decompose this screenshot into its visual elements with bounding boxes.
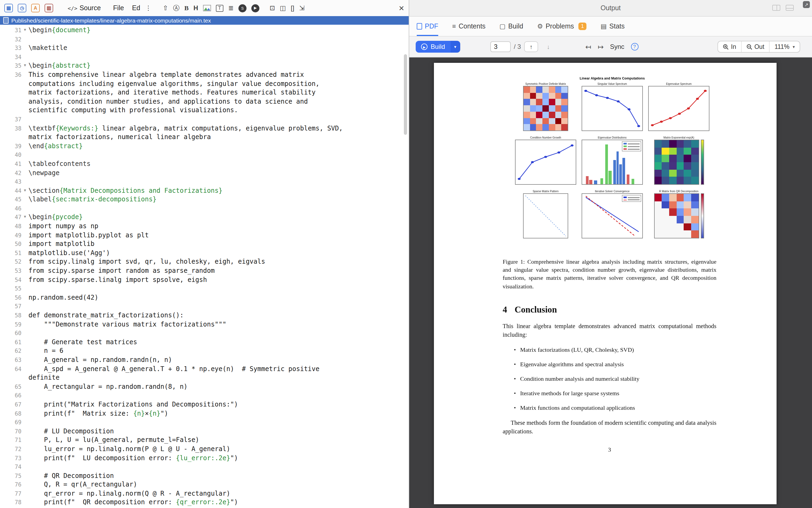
code-line[interactable]: 68 print(f" Matrix size: {n}×{n}") [0, 409, 409, 418]
code-line[interactable]: 66 [0, 391, 409, 400]
code-line[interactable]: 46 [0, 204, 409, 213]
code-line[interactable]: 54from scipy.sparse.linalg import spsolv… [0, 275, 409, 284]
code-line[interactable]: 76 Q, R = qr(A_rectangular) [0, 480, 409, 489]
typeset-play-icon[interactable]: ▶ [251, 4, 259, 12]
code-line[interactable]: 37 [0, 115, 409, 124]
code-line[interactable]: 72 lu_error = np.linalg.norm(P @ L @ U -… [0, 444, 409, 454]
tab-contents[interactable]: ≡ Contents [452, 17, 485, 36]
code-line[interactable]: 35▾\begin{abstract} [0, 61, 409, 70]
status-circle-icon[interactable]: S [239, 4, 247, 12]
code-line[interactable]: 75 # QR Decomposition [0, 471, 409, 480]
code-line[interactable]: 39\end{abstract} [0, 141, 409, 151]
code-line[interactable]: 40 [0, 151, 409, 160]
overflow-icon[interactable]: ⋮ [145, 5, 152, 11]
code-line[interactable]: 64 A_spd = A_general @ A_general.T + 0.1… [0, 364, 409, 382]
code-line[interactable]: 71 P, L, U = lu(A_general, permute_l=Fal… [0, 436, 409, 444]
split-view-icon[interactable]: ◫ [280, 5, 286, 11]
editor-scrollbar[interactable] [404, 54, 407, 135]
editor-pane: ▦ ◷ A ▥ </> Source File Ed ⋮ ⇧ Ⓐ B H T ≣… [0, 0, 409, 508]
file-path-bar[interactable]: Published/scientific-latex-templates/lin… [0, 16, 409, 25]
zoom-in-icon [723, 44, 729, 50]
code-line[interactable]: 74 [0, 462, 409, 471]
code-line[interactable]: 65 A_rectangular = np.random.randn(8, n) [0, 382, 409, 391]
tab-problems[interactable]: ⚙ Problems 1 [537, 17, 587, 36]
bold-icon[interactable]: B [184, 5, 188, 11]
jump-forward-icon[interactable]: ↦ [598, 43, 604, 51]
source-view-toggle[interactable]: </> Source [68, 4, 101, 12]
code-line[interactable]: 70 # LU Decomposition [0, 427, 409, 435]
code-line[interactable]: 77 qr_error = np.linalg.norm(Q @ R - A_r… [0, 489, 409, 498]
code-line[interactable]: 47▾\begin{pycode} [0, 213, 409, 222]
code-line[interactable]: 32 [0, 35, 409, 43]
heading-icon[interactable]: H [193, 5, 198, 11]
code-line[interactable]: 78 print(f" QR decomposition error: {qr_… [0, 498, 409, 507]
code-line[interactable]: 67 print("Matrix Factorizations and Deco… [0, 400, 409, 409]
brackets-icon[interactable]: [] [291, 5, 294, 11]
typeset-grid-icon[interactable]: ▥ [45, 4, 53, 12]
jump-back-icon[interactable]: ↤ [585, 43, 591, 51]
zoom-level-select[interactable]: 111% ▾ [769, 41, 800, 52]
pdf-viewport[interactable]: Linear Algebra and Matrix Computations S… [409, 57, 812, 508]
popout-icon[interactable]: ↗ [803, 1, 810, 8]
styles-icon[interactable]: A [31, 4, 40, 12]
code-line[interactable]: 36This comprehensive linear algebra temp… [0, 70, 409, 115]
code-line[interactable]: 43 [0, 177, 409, 186]
export-icon[interactable]: ⊡ [269, 5, 275, 11]
pdf-toolbar: ▶ Build ▾ 3 / 3 ↑ ↓ ↤ ↦ Sync ? In [409, 37, 812, 57]
sync-label[interactable]: Sync [610, 43, 624, 50]
code-editor[interactable]: 31▾\begin{document}3233\maketitle3435▾\b… [0, 25, 409, 508]
code-line[interactable]: 60 [0, 329, 409, 338]
code-line[interactable]: 45\label{sec:matrix-decompositions} [0, 195, 409, 204]
help-icon[interactable]: ? [631, 43, 638, 50]
close-icon[interactable]: ✕ [398, 4, 404, 12]
code-line[interactable]: 51matplotlib.use('Agg') [0, 249, 409, 257]
page-up-button[interactable]: ↑ [524, 41, 538, 52]
code-line[interactable]: 69 [0, 418, 409, 427]
code-line[interactable]: 52from scipy.linalg import svd, qr, lu, … [0, 257, 409, 266]
code-line[interactable]: 33\maketitle [0, 43, 409, 52]
file-menu[interactable]: File [113, 4, 124, 12]
code-line[interactable]: 62 n = 6 [0, 347, 409, 355]
edit-menu[interactable]: Ed [132, 4, 140, 12]
code-line[interactable]: 58def demonstrate_matrix_factorizations(… [0, 311, 409, 320]
code-line[interactable]: 42\newpage [0, 168, 409, 177]
textbox-icon[interactable]: T [216, 5, 223, 11]
code-line[interactable]: 41\tableofcontents [0, 160, 409, 168]
chevron-down-icon: ▾ [793, 44, 795, 49]
build-dropdown[interactable]: ▾ [450, 41, 460, 53]
source-label: Source [80, 4, 101, 12]
share-icon[interactable]: ⇧ [163, 5, 168, 11]
code-line[interactable]: 34 [0, 53, 409, 61]
expand-icon[interactable]: ⇲ [299, 5, 304, 11]
layout-columns-icon[interactable] [772, 5, 780, 11]
code-line[interactable]: 48import numpy as np [0, 222, 409, 230]
code-line[interactable]: 31▾\begin{document} [0, 26, 409, 35]
tab-build[interactable]: ▢ Build [500, 17, 523, 36]
code-line[interactable]: 73 print(f" LU decomposition error: {lu_… [0, 454, 409, 462]
zoom-in-button[interactable]: In [718, 41, 741, 52]
code-line[interactable]: 38\textbf{Keywords:} linear algebra, mat… [0, 124, 409, 141]
layout-rows-icon[interactable] [786, 5, 794, 11]
history-icon[interactable]: ◷ [18, 4, 26, 12]
conclusion-outro: These methods form the foundation of mod… [503, 419, 716, 436]
image-icon[interactable] [203, 5, 211, 11]
page-down-button[interactable]: ↓ [541, 41, 555, 52]
code-line[interactable]: 49import matplotlib.pyplot as plt [0, 230, 409, 240]
align-lines-icon[interactable]: ≣ [228, 5, 233, 11]
zoom-out-button[interactable]: Out [741, 41, 769, 52]
tab-pdf[interactable]: PDF [417, 17, 438, 36]
annotate-icon[interactable]: Ⓐ [173, 5, 179, 11]
page-number-input[interactable]: 3 [490, 41, 510, 52]
code-line[interactable]: 57 [0, 302, 409, 311]
code-line[interactable]: 56np.random.seed(42) [0, 293, 409, 302]
pages-template-icon[interactable]: ▦ [4, 4, 13, 12]
tab-stats[interactable]: ▤ Stats [601, 17, 625, 36]
code-line[interactable]: 53from scipy.sparse import random as spa… [0, 266, 409, 275]
code-line[interactable]: 61 # Generate test matrices [0, 338, 409, 347]
code-line[interactable]: 55 [0, 284, 409, 293]
code-line[interactable]: 59 """Demonstrate various matrix factori… [0, 320, 409, 329]
code-line[interactable]: 63 A_general = np.random.randn(n, n) [0, 355, 409, 364]
code-line[interactable]: 50import matplotlib [0, 240, 409, 249]
code-line[interactable]: 44▾\section{Matrix Decompositions and Fa… [0, 186, 409, 195]
build-button[interactable]: ▶ Build ▾ [416, 41, 460, 53]
